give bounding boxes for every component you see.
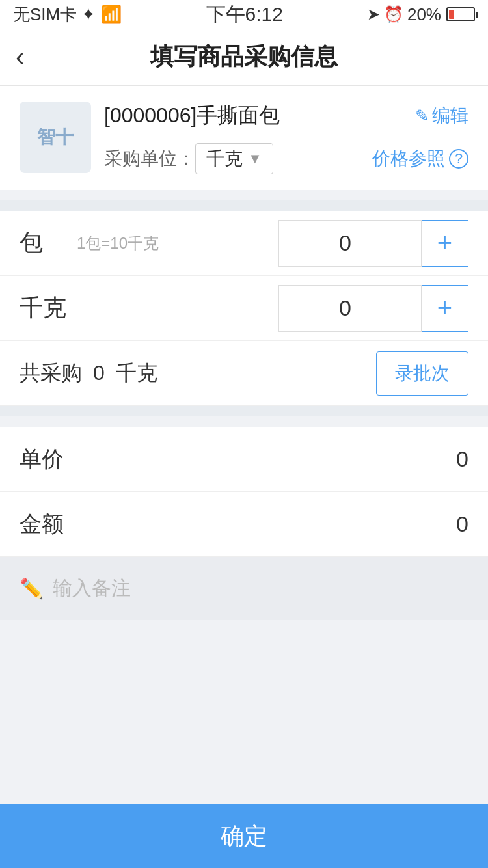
pencil-icon: ✏️ <box>20 577 44 600</box>
unit-label: 采购单位： <box>104 146 195 171</box>
kg-quantity-input[interactable] <box>278 285 422 332</box>
total-section: 共采购 0 千克 录批次 <box>0 341 488 406</box>
amount-label: 金额 <box>20 509 64 539</box>
product-name: [0000006]手撕面包 <box>104 102 280 130</box>
product-logo: 智十 <box>37 125 74 150</box>
price-ref-label: 价格参照 <box>372 146 445 171</box>
no-sim-text: 无SIM卡 ✦ <box>13 3 96 26</box>
status-right: ➤ ⏰ 20% <box>367 5 475 25</box>
kg-plus-button[interactable]: + <box>422 285 468 332</box>
unit-selector-group: 采购单位： 千克 ▼ <box>104 143 273 174</box>
edit-button[interactable]: ✎ 编辑 <box>415 103 468 128</box>
batch-button[interactable]: 录批次 <box>376 351 468 396</box>
bag-sublabel: 1包=10千克 <box>77 233 159 254</box>
battery-percent: 20% <box>407 5 441 25</box>
location-icon: ➤ <box>367 5 380 23</box>
divider-2 <box>0 406 488 416</box>
back-button[interactable]: ‹ <box>16 42 24 72</box>
price-ref-button[interactable]: 价格参照 ? <box>372 146 468 171</box>
status-bar: 无SIM卡 ✦ 📶 下午6:12 ➤ ⏰ 20% <box>0 0 488 29</box>
price-value: 0 <box>456 446 468 472</box>
unit-row: 采购单位： 千克 ▼ 价格参照 ? <box>104 143 468 174</box>
kg-input-row: 千克 + <box>0 276 488 341</box>
unit-select[interactable]: 千克 ▼ <box>195 143 273 174</box>
wifi-icon: 📶 <box>101 5 122 25</box>
product-thumbnail: 智十 <box>20 102 91 173</box>
confirm-button[interactable]: 确定 <box>0 804 488 868</box>
bag-input-group: + <box>278 220 468 267</box>
product-info: [0000006]手撕面包 ✎ 编辑 采购单位： 千克 ▼ 价格参照 ? <box>104 102 468 174</box>
edit-icon: ✎ <box>415 106 429 126</box>
chevron-down-icon: ▼ <box>248 150 262 167</box>
nav-bar: ‹ 填写商品采购信息 <box>0 29 488 86</box>
remark-section[interactable]: ✏️ 输入备注 <box>0 557 488 620</box>
price-label: 单价 <box>20 444 64 474</box>
edit-label: 编辑 <box>432 103 468 128</box>
remark-placeholder: 输入备注 <box>53 575 131 602</box>
help-icon: ? <box>449 149 468 169</box>
bag-plus-button[interactable]: + <box>422 220 468 267</box>
product-name-row: [0000006]手撕面包 ✎ 编辑 <box>104 102 468 130</box>
bag-quantity-input[interactable] <box>278 220 422 267</box>
divider-1 <box>0 200 488 211</box>
status-time: 下午6:12 <box>206 1 283 28</box>
total-value: 0 <box>93 361 105 385</box>
total-unit: 千克 <box>116 361 157 385</box>
detail-section: 单价 0 金额 0 <box>0 427 488 557</box>
total-label: 共采购 <box>20 361 82 385</box>
product-section: 智十 [0000006]手撕面包 ✎ 编辑 采购单位： 千克 ▼ 价格参照 ? <box>0 86 488 190</box>
kg-label: 千克 <box>20 292 72 324</box>
price-row: 单价 0 <box>0 427 488 492</box>
page-title: 填写商品采购信息 <box>150 41 338 73</box>
amount-value: 0 <box>456 511 468 537</box>
bottom-space <box>0 620 488 802</box>
unit-value: 千克 <box>206 146 243 171</box>
total-text: 共采购 0 千克 <box>20 359 157 388</box>
amount-row: 金额 0 <box>0 492 488 557</box>
input-section: 包 1包=10千克 + 千克 + <box>0 211 488 341</box>
alarm-icon: ⏰ <box>384 5 403 23</box>
kg-input-group: + <box>278 285 468 332</box>
status-left: 无SIM卡 ✦ 📶 <box>13 3 122 26</box>
bag-input-row: 包 1包=10千克 + <box>0 211 488 276</box>
battery-icon <box>446 7 475 21</box>
bag-label: 包 <box>20 227 72 259</box>
